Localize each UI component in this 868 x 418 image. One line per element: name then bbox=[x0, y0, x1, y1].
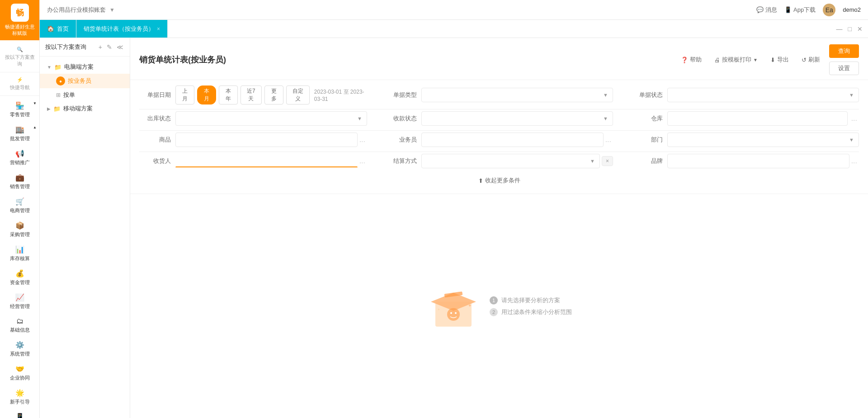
consignee-more-icon[interactable]: ... bbox=[358, 157, 367, 165]
tree-folder-mobile[interactable]: ▶ 📁 移动端方案 bbox=[40, 102, 130, 115]
settings-button[interactable]: 设置 bbox=[829, 62, 859, 75]
page-header: 销货单统计表(按业务员) ❓ 帮助 🖨 按模板打印 ▼ ⬇ 导出 bbox=[130, 38, 868, 80]
purchase-icon: 📦 bbox=[15, 221, 24, 230]
delivery-select[interactable]: ▼ bbox=[175, 111, 367, 126]
message-button[interactable]: 💬 消息 bbox=[756, 6, 777, 14]
tab-minimize-button[interactable]: — bbox=[835, 24, 844, 34]
dept-select[interactable]: ▼ bbox=[667, 133, 859, 147]
sidebar-item-marketing[interactable]: 📢 营销推广 bbox=[0, 146, 39, 170]
search-icon: 🔍 bbox=[17, 47, 23, 52]
filter-row-2: 出库状态 ▼ 收款状态 ▼ 仓库 bbox=[139, 111, 859, 126]
tab-close-icon[interactable]: × bbox=[157, 26, 160, 32]
warehouse-more-icon[interactable]: ... bbox=[849, 114, 859, 123]
add-scheme-button[interactable]: + bbox=[98, 43, 103, 52]
refresh-icon: ↺ bbox=[802, 57, 807, 63]
filter-divider-2 bbox=[139, 130, 859, 131]
collapse-panel-button[interactable]: ≪ bbox=[116, 43, 124, 52]
app-download-button[interactable]: 📱 App下载 bbox=[784, 6, 816, 14]
logo-icon: 畅 bbox=[11, 4, 29, 22]
sidebar-logo[interactable]: 畅 畅捷通好生意 标赋版 bbox=[0, 0, 39, 40]
salesman-label: 业务员 bbox=[385, 136, 421, 144]
sidebar-item-retail[interactable]: 🏪 零售管理 bbox=[0, 98, 39, 122]
salesman-more-icon[interactable]: ... bbox=[604, 136, 613, 144]
refresh-button[interactable]: ↺ 刷新 bbox=[798, 54, 824, 66]
sidebar-item-system[interactable]: ⚙️ 系统管理 bbox=[0, 337, 39, 361]
tree-folder-pc[interactable]: ▼ 📁 电脑端方案 bbox=[40, 60, 130, 74]
phone-icon: 📱 bbox=[784, 6, 792, 13]
delivery-label: 出库状态 bbox=[139, 114, 175, 123]
consignee-input[interactable] bbox=[175, 155, 358, 167]
inventory-icon: 📊 bbox=[15, 245, 24, 254]
doc-status-label: 单据状态 bbox=[631, 91, 667, 99]
date-btn-this-year[interactable]: 本年 bbox=[219, 86, 238, 104]
wholesale-icon: 🏬 bbox=[15, 125, 24, 134]
brand-select[interactable] bbox=[667, 154, 849, 168]
date-btn-last-month[interactable]: 上月 bbox=[175, 86, 194, 104]
date-btn-7days[interactable]: 近7天 bbox=[241, 86, 262, 104]
query-settings-group: 查询 设置 bbox=[829, 44, 859, 75]
receipt-select[interactable]: ▼ bbox=[421, 111, 613, 126]
sidebar-item-purchase[interactable]: 📦 采购管理 bbox=[0, 218, 39, 242]
doc-type-arrow-icon: ▼ bbox=[603, 92, 608, 98]
user-name[interactable]: demo2 bbox=[843, 6, 861, 13]
finance-icon: 💰 bbox=[15, 269, 24, 278]
goods-label: 商品 bbox=[139, 136, 175, 144]
tree-item-by-salesman[interactable]: ● 按业务员 bbox=[40, 74, 130, 88]
date-btn-custom[interactable]: 自定义 bbox=[286, 86, 310, 104]
search-menu-button[interactable]: 🔍 按以下方案查询 bbox=[4, 45, 36, 69]
doc-status-select[interactable]: ▼ bbox=[667, 88, 859, 102]
goods-select[interactable] bbox=[175, 133, 358, 147]
filter-divider-1 bbox=[139, 109, 859, 109]
left-panel: 按以下方案查询 + ✎ ≪ ▼ 📁 电脑端方案 ● bbox=[40, 38, 130, 418]
sidebar-item-inventory[interactable]: 📊 库存核算 bbox=[0, 242, 39, 266]
goods-more-icon[interactable]: ... bbox=[358, 136, 367, 144]
sidebar-item-finance[interactable]: 💰 资金管理 bbox=[0, 266, 39, 290]
order-icon: ⊞ bbox=[56, 92, 61, 98]
tree-item-by-order[interactable]: ⊞ 按单 bbox=[40, 88, 130, 102]
breadcrumb-text[interactable]: 办公用品行业模拟账套 bbox=[47, 6, 106, 14]
brand-more-icon[interactable]: ... bbox=[849, 157, 859, 165]
sidebar-item-apps[interactable]: 📱 应用中心 bbox=[0, 409, 39, 418]
tab-close-button[interactable]: ✕ bbox=[855, 24, 864, 34]
svg-text:✦: ✦ bbox=[468, 303, 472, 308]
operations-icon: 📈 bbox=[15, 293, 24, 302]
tab-maximize-button[interactable]: □ bbox=[846, 24, 854, 34]
hint-num-2: 2 bbox=[490, 308, 498, 316]
edit-scheme-button[interactable]: ✎ bbox=[106, 43, 113, 52]
user-avatar[interactable]: Ea bbox=[823, 4, 835, 16]
query-button[interactable]: 查询 bbox=[829, 44, 859, 58]
empty-state: ✦ ✦ 1 请先选择要分析的方案 2 用过滤条件来缩小分析范围 bbox=[130, 194, 868, 418]
breadcrumb-dropdown-icon[interactable]: ▼ bbox=[109, 7, 115, 13]
mobile-folder-icon: 📁 bbox=[53, 105, 61, 112]
sidebar-item-newbie[interactable]: 🌟 新手引导 bbox=[0, 385, 39, 409]
delivery-control: ▼ bbox=[175, 111, 367, 126]
empty-svg-icon: ✦ ✦ bbox=[426, 279, 481, 333]
tab-sales-stat[interactable]: 销货单统计表（按业务员） × bbox=[76, 20, 168, 38]
tab-bar: 🏠 首页 销货单统计表（按业务员） × — □ ✕ bbox=[40, 20, 868, 38]
salesman-select[interactable] bbox=[421, 133, 604, 147]
collapse-filters-button[interactable]: ⬆ 收起更多条件 bbox=[139, 173, 859, 188]
collapse-icon: ⬆ bbox=[478, 177, 483, 184]
date-btn-this-month[interactable]: 本月 bbox=[197, 86, 216, 104]
sidebar-item-basics[interactable]: 🗂 基础信息 bbox=[0, 314, 39, 337]
print-button[interactable]: 🖨 按模板打印 ▼ bbox=[711, 54, 761, 66]
sidebar-item-enterprise[interactable]: 🤝 企业协同 bbox=[0, 361, 39, 385]
sidebar-item-sales[interactable]: 💼 销售管理 bbox=[0, 170, 39, 194]
warehouse-select[interactable] bbox=[667, 111, 848, 126]
settlement-select[interactable]: ▼ bbox=[421, 154, 600, 168]
settlement-tag-close-icon[interactable]: × bbox=[606, 158, 609, 164]
sidebar-search-section: 🔍 按以下方案查询 bbox=[0, 40, 39, 72]
sidebar-item-wholesale[interactable]: 🏬 批发管理 bbox=[0, 122, 39, 146]
receipt-control: ▼ bbox=[421, 111, 613, 126]
sidebar-item-operations[interactable]: 📈 经营管理 bbox=[0, 290, 39, 314]
date-btn-more[interactable]: 更多 bbox=[264, 86, 283, 104]
sidebar-item-ecom[interactable]: 🛒 电商管理 bbox=[0, 194, 39, 218]
filter-row-1: 单据日期 上月 本月 本年 近7天 更多 自定义 2023-03-01 至 20… bbox=[139, 86, 859, 104]
help-button[interactable]: ❓ 帮助 bbox=[677, 54, 705, 66]
dept-control: ▼ bbox=[667, 133, 859, 147]
tab-home[interactable]: 🏠 首页 bbox=[40, 20, 76, 38]
doc-type-select[interactable]: ▼ bbox=[421, 88, 613, 102]
export-button[interactable]: ⬇ 导出 bbox=[767, 54, 793, 66]
quick-nav-button[interactable]: ⚡ 快捷导航 bbox=[0, 74, 39, 94]
date-range-text: 2023-03-01 至 2023-03-31 bbox=[314, 88, 367, 102]
